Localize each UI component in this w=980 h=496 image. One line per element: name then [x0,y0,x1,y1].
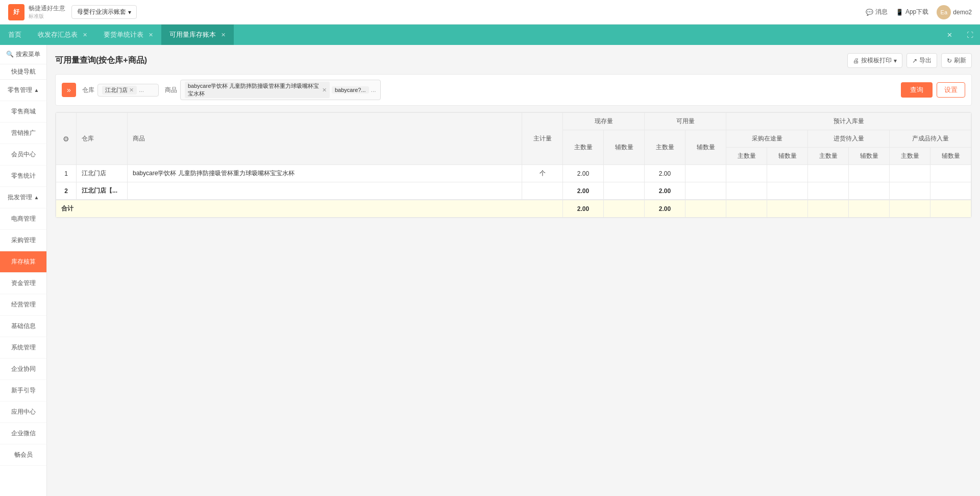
search-icon: 🔍 [6,51,14,58]
sidebar-item-sys-mgmt[interactable]: 系统管理 [0,337,46,359]
product-tag-2: babycare?... [332,86,369,93]
footer-finished-main [890,200,930,218]
top-bar-left: 好 畅捷通好生意 标准版 母婴行业演示账套 ▾ [8,4,137,20]
refresh-button[interactable]: ↻ 刷新 [941,53,972,68]
footer-purch-main [726,200,767,218]
message-button[interactable]: 💬 消息 [866,8,888,16]
nav-expand-button[interactable]: ⛶ [960,25,980,45]
print-button[interactable]: 🖨 按模板打印 ▾ [847,53,902,68]
sidebar-item-stock-check[interactable]: 库存核算 [0,251,46,273]
filter-product-field: 商品 babycare学饮杯 儿童防摔防撞吸管杯重力球吸嘴杯宝宝水杯 ✕ bab… [165,80,381,100]
footer-stock-aux [604,200,645,218]
row1-product: babycare学饮杯 儿童防摔防撞吸管杯重力球吸嘴杯宝宝水杯 [128,165,522,182]
product-more-dots[interactable]: ... [371,86,376,93]
sidebar-item-enterprise-wechat[interactable]: 企业微信 [0,423,46,444]
export-button[interactable]: ↗ 导出 [906,53,937,68]
available-stock-label: 可用量库存账本 [169,30,216,39]
th-current-stock: 现存量 [563,113,645,130]
page-content: 可用量查询(按仓库+商品) 🖨 按模板打印 ▾ ↗ 导出 ↻ 刷新 [47,45,980,226]
close-order-stats-icon[interactable]: ✕ [149,32,153,38]
th-incoming-wait: 进货待入量 [808,130,890,148]
th-forecast-in: 预计入库量 [726,113,971,130]
row2-avail-aux [685,182,726,200]
row1-avail-main: 2.00 [645,165,685,182]
sidebar-item-app-center[interactable]: 应用中心 [0,401,46,423]
sidebar-item-new-guide[interactable]: 新手引导 [0,380,46,401]
th-purch-main: 主数量 [726,148,767,165]
th-stock-main: 主数量 [563,130,604,165]
tab-receive-summary[interactable]: 收发存汇总表 ✕ [30,25,95,45]
warehouse-remove-icon[interactable]: ✕ [129,87,134,93]
footer-label: 合计 [56,200,563,218]
th-warehouse: 仓库 [77,113,128,165]
order-stats-label: 要货单统计表 [104,30,143,39]
sidebar-item-retail-mgmt[interactable]: 零售管理 ▲ [0,80,46,101]
sidebar-item-ecom-mgmt[interactable]: 电商管理 [0,208,46,230]
sidebar: 🔍 搜索菜单 快捷导航 零售管理 ▲ 零售商城 营销推广 会员中心 零售统计 批… [0,45,47,496]
row1-purch-aux [767,165,808,182]
sidebar-item-retail-stats[interactable]: 零售统计 [0,166,46,187]
sidebar-item-member-center[interactable]: 会员中心 [0,144,46,166]
warehouse-tag-container[interactable]: 江北门店 ✕ ... [97,84,159,97]
footer-stock-main: 2.00 [563,200,604,218]
expand-icon: ▲ [34,87,39,93]
row1-warehouse: 江北门店 [77,165,128,182]
sidebar-item-members[interactable]: 畅会员 [0,444,46,466]
sidebar-search[interactable]: 🔍 搜索菜单 [0,45,46,64]
product-tag-1: babycare学饮杯 儿童防摔防撞吸管杯重力球吸嘴杯宝宝水杯 ✕ [185,82,330,98]
sidebar-item-retail-mall[interactable]: 零售商城 [0,101,46,123]
logo-icon: 好 [8,4,24,20]
page-title: 可用量查询(按仓库+商品) [55,55,147,66]
product-tag-container[interactable]: babycare学饮杯 儿童防摔防撞吸管杯重力球吸嘴杯宝宝水杯 ✕ babyca… [180,80,381,100]
tab-available-stock[interactable]: 可用量库存账本 ✕ [161,25,234,45]
sidebar-item-purchase-mgmt[interactable]: 采购管理 [0,230,46,251]
home-label: 首页 [8,30,21,39]
page-actions: 🖨 按模板打印 ▾ ↗ 导出 ↻ 刷新 [847,53,972,68]
logo-area: 好 畅捷通好生意 标准版 [8,4,65,20]
sidebar-item-basic-info[interactable]: 基础信息 [0,316,46,337]
query-button[interactable]: 查询 [901,82,933,98]
product1-remove-icon[interactable]: ✕ [322,87,327,93]
app-download-button[interactable]: 📱 App下载 [896,8,928,16]
tab-order-stats[interactable]: 要货单统计表 ✕ [95,25,161,45]
sidebar-item-marketing[interactable]: 营销推广 [0,123,46,144]
row2-stock-aux [604,182,645,200]
row2-stock-main: 2.00 [563,182,604,200]
filter-warehouse-field: 仓库 江北门店 ✕ ... [82,84,159,97]
th-avail-main: 主数量 [645,130,685,165]
avatar: Ea [937,5,951,19]
refresh-icon: ↻ [947,57,952,64]
row2-purch-aux [767,182,808,200]
sidebar-item-wholesale-mgmt[interactable]: 批发管理 ▲ [0,187,46,208]
footer-finished-aux [930,200,971,218]
nav-close-button[interactable]: ✕ [939,25,960,45]
table-scroll[interactable]: ⚙ 仓库 商品 主计量 现存量 可用量 预计入库量 主数量 [56,112,971,218]
filter-area: » 仓库 江北门店 ✕ ... 商品 babycare [55,74,972,106]
sidebar-item-ops-mgmt[interactable]: 经营管理 [0,294,46,316]
user-avatar-button[interactable]: Ea demo2 [937,5,972,19]
expand-icon-wholesale: ▲ [34,195,39,200]
tab-home[interactable]: 首页 [0,25,30,45]
print-icon: 🖨 [853,57,859,64]
filter-toggle-button[interactable]: » [62,83,76,97]
footer-purch-aux [767,200,808,218]
sidebar-item-finance-mgmt[interactable]: 资金管理 [0,273,46,294]
th-product: 商品 [128,113,522,165]
warehouse-more-dots[interactable]: ... [139,86,144,93]
close-available-stock-icon[interactable]: ✕ [221,32,226,38]
th-avail-aux: 辅数量 [685,130,726,165]
settings-button[interactable]: 设置 [937,82,965,98]
th-stock-aux: 辅数量 [604,130,645,165]
footer-avail-aux [685,200,726,218]
close-receive-summary-icon[interactable]: ✕ [83,32,87,38]
row1-stock-aux [604,165,645,182]
th-settings: ⚙ [56,113,77,165]
sidebar-quick-nav[interactable]: 快捷导航 [0,64,46,80]
row1-avail-aux [685,165,726,182]
store-selector[interactable]: 母婴行业演示账套 ▾ [71,5,137,19]
logo-text: 畅捷通好生意 标准版 [29,4,65,20]
row1-no: 1 [56,165,77,182]
sidebar-item-enterprise-collab[interactable]: 企业协同 [0,359,46,380]
row2-unit [522,182,563,200]
row2-finished-aux [930,182,971,200]
